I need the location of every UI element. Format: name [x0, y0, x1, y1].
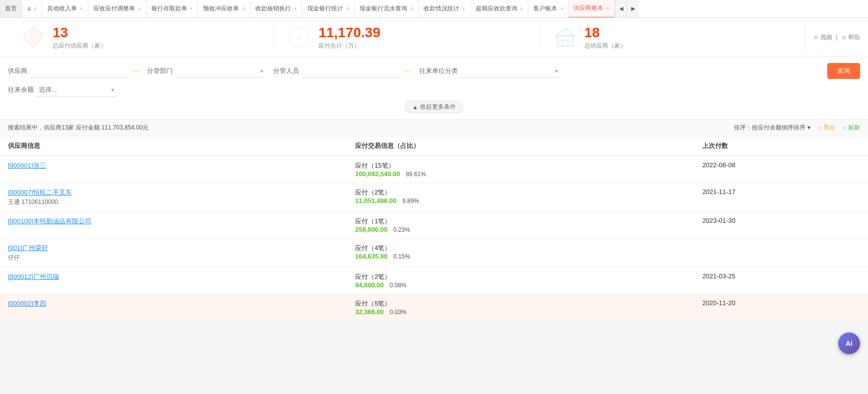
close-icon[interactable]: ×: [190, 6, 193, 11]
summary-bar: 13 总应付供应商（家） ¥ 11,170.39 应付合计（万）: [0, 18, 868, 57]
svg-text:¥: ¥: [296, 32, 302, 42]
payable-row-3: 258,000.00 0.23%: [355, 226, 686, 233]
last-payment-cell-1: 2022-08-08: [694, 156, 868, 183]
person-input[interactable]: [302, 64, 401, 78]
nav-tab-1[interactable]: ≡ ×: [22, 0, 42, 18]
last-payment-cell-2: 2021-11-17: [694, 183, 868, 212]
supplier-link-6[interactable]: [000002]李四: [8, 300, 46, 307]
nav-tab-collection-stat[interactable]: 收款情况统计 ×: [419, 0, 471, 18]
nav-tab-prepay-label: 预收冲应收单: [203, 4, 239, 13]
payable-percent-4: 0.15%: [393, 253, 410, 260]
last-payment-cell-4: [694, 239, 868, 267]
dept-input[interactable]: [176, 64, 265, 78]
nav-tab-cashflow[interactable]: 现金银行流水查询 ×: [355, 0, 419, 18]
nav-tab-other-income[interactable]: 其他收入单 ×: [42, 0, 88, 18]
nav-tab-adjustment[interactable]: 应收应付调整单 ×: [88, 0, 146, 18]
category-label: 往来单位分类: [419, 66, 458, 75]
nav-tab-bank-label: 银行存取款单: [151, 4, 187, 13]
category-input[interactable]: [461, 64, 560, 78]
nav-tab-bank[interactable]: 银行存取款单 ×: [146, 0, 199, 18]
nav-next-arrow[interactable]: ▶: [627, 0, 639, 18]
th-payable-info: 应付交易信息（占比）: [347, 136, 694, 156]
sort-label[interactable]: 排序：按应付余额倒序排序 ▾: [734, 124, 810, 132]
dept-dropdown-icon: ▾: [260, 68, 263, 74]
payable-percent-6: 0.03%: [390, 309, 407, 316]
collapse-label: 收起更多条件: [420, 103, 456, 111]
nav-tab-customer-ledger[interactable]: 客户账本 ×: [528, 0, 569, 18]
supplier-dots-icon[interactable]: ···: [133, 66, 139, 75]
payable-row-4: 164,635.90 0.15%: [355, 253, 686, 260]
query-button[interactable]: 查询: [827, 63, 860, 79]
payable-cell-1: 应付（15笔） 100,092,540.00 89.61%: [347, 156, 694, 183]
nav-prev-arrow[interactable]: ◀: [615, 0, 627, 18]
person-dots-icon[interactable]: ···: [404, 66, 411, 75]
supplier-link-3[interactable]: [000100]本特勤油品有限公司: [8, 217, 91, 225]
nav-tab-home[interactable]: 首页: [0, 0, 22, 18]
nav-tab-cash-stat[interactable]: 现金银行统计 ×: [302, 0, 355, 18]
nav-tab-collection[interactable]: 收款核销执行 ×: [250, 0, 302, 18]
payable-row-2: 11,051,486.00 9.89%: [355, 197, 686, 204]
nav-tab-overdue[interactable]: 超期应收款查询 ×: [471, 0, 529, 18]
export-button[interactable]: ○ 导出: [818, 124, 835, 132]
collapse-button[interactable]: ▲ 收起更多条件: [405, 101, 463, 113]
nav-tab-prepay[interactable]: 预收冲应收单 ×: [198, 0, 250, 18]
summary-text-payable-suppliers: 13 总应付供应商（家）: [53, 24, 106, 51]
th-supplier-info: 供应商信息: [0, 136, 347, 156]
payable-suppliers-label: 总应付供应商（家）: [53, 42, 106, 50]
nav-tab-cash-stat-label: 现金银行统计: [307, 4, 343, 13]
supplier-input[interactable]: [30, 64, 130, 78]
dept-label: 分管部门: [147, 66, 173, 75]
refresh-label: 刷新: [848, 124, 860, 132]
close-icon[interactable]: ×: [80, 6, 83, 11]
payable-cell-2: 应付（2笔） 11,051,486.00 9.89%: [347, 183, 694, 212]
close-icon[interactable]: ×: [560, 6, 563, 11]
nav-tab-supplier-ledger[interactable]: 供应商账本 ×: [569, 0, 615, 18]
payable-amount-3: 258,000.00: [355, 226, 387, 233]
payable-cell-6: 应付（5笔） 32,366.00 0.03%: [347, 294, 694, 321]
video-link[interactable]: ⊙ 视频: [813, 33, 832, 42]
payable-suppliers-value: 13: [53, 24, 106, 41]
close-icon[interactable]: ×: [520, 6, 523, 11]
close-icon[interactable]: ×: [606, 5, 609, 11]
balance-dropdown-icon: ▾: [111, 87, 114, 93]
payable-amount-5: 94,600.00: [355, 281, 384, 289]
nav-tab-collection-label: 收款核销执行: [255, 4, 291, 13]
result-summary-text: 搜索结果中，供应商13家 应付金额 111,703,854.00元: [8, 124, 148, 132]
payable-count-2: 应付（2笔）: [355, 188, 686, 197]
table-row: [000002]李四 应付（5笔） 32,366.00 0.03% 2020-1…: [0, 294, 868, 321]
total-suppliers-value: 18: [584, 24, 626, 41]
close-icon[interactable]: ×: [294, 6, 297, 11]
supplier-link-1[interactable]: [000001]张三: [8, 162, 46, 169]
close-icon[interactable]: ×: [462, 6, 465, 11]
close-icon[interactable]: ×: [138, 6, 141, 11]
payable-row-6: 32,366.00 0.03%: [355, 308, 686, 316]
payable-count-3: 应付（1笔）: [355, 217, 686, 226]
filter-category: 往来单位分类 ▾: [419, 64, 560, 78]
supplier-link-4[interactable]: [001]广州荣轩: [8, 244, 48, 252]
collapse-icon: ▲: [412, 104, 418, 111]
balance-input[interactable]: [37, 83, 116, 97]
help-link[interactable]: ⊙ 帮助: [842, 33, 860, 42]
close-icon[interactable]: ×: [242, 6, 245, 11]
supplier-link-2[interactable]: [000007]恒旺二手叉车: [8, 189, 72, 196]
close-icon[interactable]: ×: [346, 6, 349, 11]
close-icon[interactable]: ×: [34, 6, 37, 11]
export-label: 导出: [823, 124, 835, 132]
table-row: [000007]恒旺二手叉车 王通 17106110000 应付（2笔） 11,…: [0, 183, 868, 212]
close-icon[interactable]: ×: [410, 6, 413, 11]
person-label: 分管人员: [273, 66, 299, 75]
nav-tab-customer-ledger-label: 客户账本: [533, 4, 557, 13]
nav-tab-adjustment-label: 应收应付调整单: [93, 4, 135, 13]
payable-percent-5: 0.08%: [390, 282, 407, 289]
supplier-link-5[interactable]: [000012]广州贝瑞: [8, 273, 59, 280]
coin-icon: ¥: [286, 24, 312, 51]
table-row: [000100]本特勤油品有限公司 应付（1笔） 258,000.00 0.23…: [0, 212, 868, 239]
payable-amount-1: 100,092,540.00: [355, 170, 400, 178]
summary-card-payable-total: ¥ 11,170.39 应付合计（万）: [274, 24, 539, 51]
nav-tab-other-income-label: 其他收入单: [47, 4, 77, 13]
svg-rect-7: [558, 38, 562, 42]
table-row: [001]广州荣轩 仔仔 应付（4笔） 164,635.90 0.15%: [0, 239, 868, 267]
payable-total-value: 11,170.39: [318, 24, 380, 41]
refresh-button[interactable]: ○ 刷新: [843, 124, 860, 132]
result-bar: 搜索结果中，供应商13家 应付金额 111,703,854.00元 排序：按应付…: [0, 120, 868, 136]
